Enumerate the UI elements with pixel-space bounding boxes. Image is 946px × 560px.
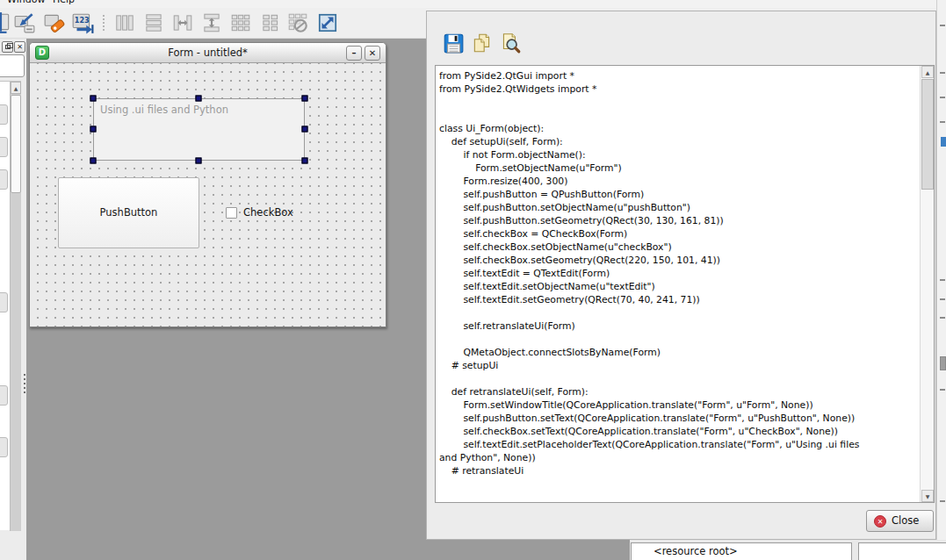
right-edge-panel [936,0,946,540]
widget-filter-input[interactable] [0,54,25,77]
down-arrow-icon: ▼ [926,493,930,499]
edge-mark [940,500,945,502]
edge-mark [940,389,945,391]
selection-handle[interactable] [302,96,308,102]
save-button[interactable] [442,32,465,54]
pushbutton-label: PushButton [100,206,158,219]
up-arrow-icon: ▲ [926,69,930,75]
scroll-down-button[interactable]: ▼ [921,490,934,502]
form-window-title: Form - untitled* [30,47,386,59]
qt-designer-screen: Window Help [0,0,946,560]
edge-selection-mark [941,137,946,147]
layout-form-button[interactable] [259,11,282,34]
widget-box-item[interactable] [0,169,8,190]
widget-box-item[interactable] [0,104,8,125]
widget-box-item[interactable] [0,137,8,157]
checkbox-indicator[interactable] [226,207,237,219]
edge-scroll-thumb [940,356,946,370]
edge-mark [940,121,945,123]
layout-horizontal-icon [113,11,136,34]
layout-splitter-horizontal-button[interactable] [171,11,194,34]
resource-root-label: <resource root> [632,543,851,557]
minimize-icon: – [352,48,357,58]
menu-window[interactable]: Window [7,0,45,5]
form-editor-window: D Form - untitled* – ✕ Using .ui files a… [29,42,386,327]
layout-grid-button[interactable] [229,11,252,34]
textedit-placeholder: Using .ui files and Python [94,99,304,120]
copy-button[interactable] [471,32,494,54]
find-button[interactable] [499,32,522,54]
toolbar-separator [103,14,105,32]
layout-vertical-icon [142,11,165,34]
scroll-up-button[interactable]: ▲ [11,82,21,94]
edit-tab-order-icon: 123 [71,11,94,34]
selection-handle[interactable] [196,158,202,164]
selection-handle[interactable] [302,158,308,164]
view-python-code-dialog: from PySide2.QtGui import * from PySide2… [426,11,936,540]
layout-form-icon [259,11,282,34]
widget-box-item[interactable] [0,385,8,406]
copy-icon [471,32,494,54]
save-icon [442,32,465,54]
layout-grid-icon [229,11,252,34]
edit-signals-slots-button[interactable] [13,11,36,34]
selection-handle[interactable] [196,96,202,102]
widget-box-list: ▲ [0,81,21,530]
scrollbar-thumb[interactable] [11,95,21,193]
edit-buddies-icon [43,11,66,34]
code-editor[interactable]: from PySide2.QtGui import * from PySide2… [435,65,935,503]
pushbutton-widget[interactable]: PushButton [58,177,199,248]
adjust-size-icon [316,11,339,34]
close-red-icon: ✕ [874,515,886,528]
edit-signals-slots-icon [13,11,36,34]
selection-handle[interactable] [90,126,97,133]
resource-root-item[interactable]: <resource root> [631,542,852,560]
scrollbar-thumb[interactable] [921,79,934,190]
close-icon: ✕ [369,48,376,58]
checkbox-label: CheckBox [243,195,293,231]
selection-handle[interactable] [302,126,308,133]
edge-mark [940,72,945,74]
scroll-up-button[interactable]: ▲ [921,66,934,78]
selection-handle[interactable] [90,96,97,102]
widget-box-item[interactable] [0,292,8,312]
edit-widgets-button[interactable] [0,11,12,34]
layout-splitter-vertical-icon [200,11,223,34]
layout-splitter-vertical-button[interactable] [200,11,223,34]
edge-mark [940,97,945,98]
widget-box-item[interactable] [0,437,8,457]
python-code-text: from PySide2.QtGui import * from PySide2… [439,69,918,477]
close-button[interactable]: ✕ Close [866,510,934,532]
layout-horizontal-button[interactable] [113,11,136,34]
layout-vertical-button[interactable] [142,11,165,34]
edge-mark [940,317,945,319]
textedit-widget[interactable]: Using .ui files and Python [93,98,305,161]
resource-list-box[interactable] [858,542,946,560]
adjust-size-button[interactable] [316,11,339,34]
break-layout-button[interactable] [286,11,309,34]
close-icon: ✕ [17,43,23,51]
close-x-glyph: ✕ [877,518,884,526]
widget-box-scrollbar[interactable]: ▲ [10,82,21,531]
form-window-titlebar[interactable]: D Form - untitled* – ✕ [30,43,386,63]
edit-tab-order-button[interactable]: 123 [71,11,94,34]
edge-mark [940,298,945,300]
break-layout-icon [286,11,309,34]
code-scrollbar[interactable]: ▲ ▼ [920,66,934,502]
float-icon [5,45,11,49]
menu-help[interactable]: Help [53,0,75,5]
menubar: Window Help [0,0,946,8]
form-minimize-button[interactable]: – [346,46,362,61]
widget-box-panel: ✕ ▲ [0,39,26,560]
selection-handle[interactable] [90,158,97,164]
checkbox-widget[interactable]: CheckBox [225,195,314,231]
edge-mark [940,279,945,281]
edit-buddies-button[interactable] [43,11,66,34]
up-arrow-icon: ▲ [14,85,18,91]
form-close-button[interactable]: ✕ [365,46,380,61]
close-button-label: Close [892,514,919,527]
resource-browser: <resource root> [630,540,946,560]
dock-float-button[interactable] [2,41,13,53]
dock-close-button[interactable]: ✕ [14,41,25,53]
form-canvas[interactable]: Using .ui files and Python PushButton Ch… [30,63,386,327]
